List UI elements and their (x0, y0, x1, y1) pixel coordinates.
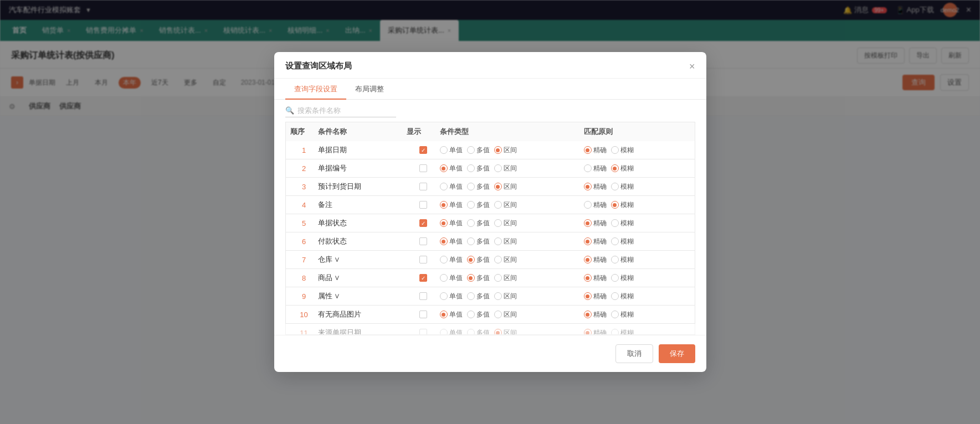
tab-layout-adjust[interactable]: 布局调整 (346, 79, 393, 100)
dialog-close-btn[interactable]: × (689, 61, 695, 71)
search-box: 🔍 (285, 106, 396, 116)
tab-query-fields[interactable]: 查询字段设置 (285, 79, 346, 100)
dialog-title: 设置查询区域布局 (285, 61, 352, 71)
dialog-overlay: 设置查询区域布局 × 查询字段设置 布局调整 🔍 顺序 条件名称 显示 条件类型… (0, 0, 980, 116)
search-icon: 🔍 (285, 106, 294, 115)
dialog-tab-bar: 查询字段设置 布局调整 (274, 79, 706, 100)
search-input[interactable] (297, 106, 386, 115)
dialog-search-area: 🔍 (274, 100, 706, 116)
settings-dialog: 设置查询区域布局 × 查询字段设置 布局调整 🔍 顺序 条件名称 显示 条件类型… (274, 52, 706, 116)
dialog-header: 设置查询区域布局 × (274, 52, 706, 79)
